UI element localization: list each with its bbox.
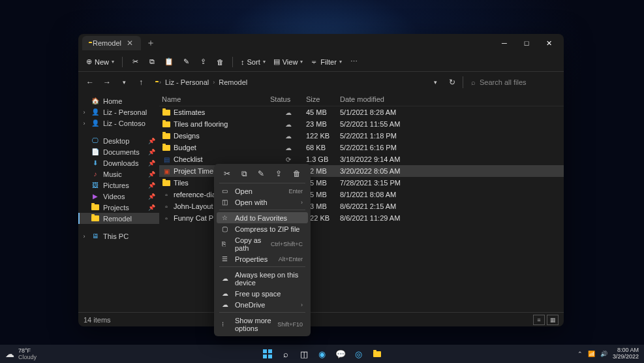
breadcrumb-leaf[interactable]: Remodel (219, 78, 247, 86)
ctx-add-favorites[interactable]: ☆Add to Favorites (217, 212, 308, 223)
col-status[interactable]: Status (270, 95, 306, 103)
col-date[interactable]: Date modified (340, 95, 564, 103)
sidebar-item-videos[interactable]: ▶Videos📌 (78, 191, 159, 202)
widgets-button[interactable]: ◉ (314, 346, 330, 362)
ctx-free-space[interactable]: ☁Free up space (217, 288, 308, 299)
delete-icon[interactable]: 🗑 (293, 169, 301, 178)
paste-icon[interactable]: 📋 (162, 55, 176, 69)
file-name: Budget (174, 144, 270, 151)
statusbar: 14 items ≡ ▦ (78, 312, 564, 326)
ctx-open-with[interactable]: ◫Open with› (217, 197, 308, 208)
volume-icon[interactable]: 🔊 (600, 351, 607, 357)
file-row[interactable]: Estimates☁45 MB5/1/2021 8:28 AM (159, 106, 564, 118)
rename-icon[interactable]: ✎ (179, 55, 193, 69)
sidebar-item-downloads[interactable]: ⬇Downloads📌 (78, 157, 159, 168)
file-type-icon: ▫ (162, 202, 171, 211)
back-button[interactable]: ← (84, 76, 97, 89)
sort-button[interactable]: ↕Sort▾ (238, 55, 268, 69)
delete-icon[interactable]: 🗑 (213, 55, 227, 69)
up-button[interactable]: ↑ (134, 76, 147, 89)
ctx-properties[interactable]: ☰PropertiesAlt+Enter (217, 253, 308, 264)
details-view-button[interactable]: ≡ (533, 315, 545, 325)
file-row[interactable]: Designs☁122 KB5/2/2021 1:18 PM (159, 130, 564, 142)
search-icon: ⌕ (471, 78, 476, 86)
share-icon[interactable]: ⇪ (196, 55, 210, 69)
start-button[interactable] (260, 346, 275, 362)
ctx-open[interactable]: ▭OpenEnter (217, 185, 308, 197)
address-bar: ← → ▾ ↑ › Liz - Personal › Remodel ▾ ↻ ⌕… (78, 72, 564, 93)
forward-button[interactable]: → (100, 76, 114, 89)
maximize-button[interactable]: □ (515, 34, 538, 52)
search-input[interactable]: ⌕ Search all files (467, 78, 559, 86)
edge-button[interactable]: ◎ (351, 346, 367, 362)
cut-icon[interactable]: ✂ (224, 169, 230, 178)
file-size: 68 KB (306, 144, 340, 151)
dropdown-icon[interactable]: ▾ (429, 76, 442, 89)
ctx-more-options[interactable]: ⁝Show more optionsShift+F10 (217, 315, 308, 334)
ctx-compress-zip[interactable]: ▢Compress to ZIP file (217, 223, 308, 234)
rename-icon[interactable]: ✎ (258, 169, 264, 178)
file-type-icon: ▤ (162, 155, 171, 164)
clock[interactable]: 8:00 AM 3/29/2022 (613, 347, 639, 360)
file-size: 1.3 GB (306, 155, 340, 163)
ctx-keep-device[interactable]: ☁Always keep on this device (217, 269, 308, 288)
col-size[interactable]: Size (306, 95, 340, 103)
sidebar-item-projects[interactable]: Projects📌 (78, 202, 159, 213)
ctx-onedrive[interactable]: ☁OneDrive› (217, 299, 308, 310)
sidebar-item-home[interactable]: 🏠Home (78, 95, 159, 106)
new-button[interactable]: ⊕New▾ (84, 55, 117, 69)
chat-button[interactable]: 💬 (333, 346, 348, 362)
col-name[interactable]: Name (159, 95, 270, 103)
window-tab[interactable]: Remodel ✕ (82, 36, 141, 50)
tray-chevron-icon[interactable]: ⌃ (577, 351, 583, 357)
sidebar-item-documents[interactable]: 📄Documents📌 (78, 146, 159, 157)
minimize-button[interactable]: ─ (493, 34, 515, 52)
sidebar-item-desktop[interactable]: 🖵Desktop📌 (78, 135, 159, 146)
ctx-copy-path[interactable]: ⎘Copy as pathCtrl+Shift+C (217, 234, 308, 253)
clock-date: 3/29/2022 (613, 354, 639, 360)
sidebar-item-remodel[interactable]: Remodel (78, 213, 159, 224)
onedrive-icon: 👤 (91, 108, 99, 116)
search-button[interactable]: ⌕ (278, 346, 294, 362)
weather-widget[interactable]: ☁ 78°F Cloudy (0, 347, 42, 360)
svg-rect-1 (268, 349, 272, 353)
svg-rect-0 (263, 349, 267, 353)
close-tab-icon[interactable]: ✕ (125, 39, 134, 48)
recent-chevron-icon[interactable]: ▾ (117, 76, 130, 89)
file-name: Tiles and flooring (174, 120, 270, 128)
file-row[interactable]: Budget☁68 KB5/2/2021 6:16 PM (159, 142, 564, 153)
file-status-icon: ☁ (270, 133, 306, 140)
more-icon: ⁝ (222, 321, 230, 328)
more-icon[interactable]: ⋯ (347, 55, 361, 69)
explorer-button[interactable] (369, 346, 385, 362)
copy-icon[interactable]: ⧉ (145, 55, 159, 69)
breadcrumb-root[interactable]: Liz - Personal (165, 78, 209, 86)
cut-icon[interactable]: ✂ (128, 55, 142, 69)
tiles-view-button[interactable]: ▦ (547, 315, 559, 325)
sidebar: 🏠Home ›👤Liz - Personal ›👤Liz - Contoso 🖵… (78, 93, 159, 312)
copy-icon[interactable]: ⧉ (241, 169, 247, 178)
close-button[interactable]: ✕ (538, 34, 560, 52)
sidebar-item-liz-contoso[interactable]: ›👤Liz - Contoso (78, 118, 159, 129)
file-date: 8/6/2021 2:15 AM (340, 202, 564, 210)
sidebar-item-this-pc[interactable]: ›🖥This PC (78, 230, 159, 242)
documents-icon: 📄 (91, 148, 99, 156)
add-tab-icon[interactable]: ＋ (146, 37, 155, 49)
wifi-icon[interactable]: 📶 (588, 351, 595, 357)
sidebar-item-pictures[interactable]: 🖼Pictures📌 (78, 180, 159, 191)
filter-button[interactable]: ⫧Filter▾ (308, 55, 344, 69)
view-button[interactable]: ▤View▾ (271, 55, 306, 69)
pin-icon: 📌 (148, 171, 155, 178)
file-type-icon (162, 143, 171, 152)
sidebar-item-liz-personal[interactable]: ›👤Liz - Personal (78, 106, 159, 118)
path-icon: ⎘ (222, 240, 230, 247)
pin-icon: 📌 (148, 160, 155, 166)
sidebar-item-music[interactable]: ♪Music📌 (78, 168, 159, 180)
taskbar: ☁ 78°F Cloudy ⌕ ◫ ◉ 💬 ◎ ⌃ 📶 🔊 8:00 AM 3/… (0, 345, 644, 363)
refresh-button[interactable]: ↻ (446, 76, 459, 89)
file-date: 3/18/2022 9:14 AM (340, 155, 564, 163)
share-icon[interactable]: ⇪ (275, 169, 282, 178)
task-view-button[interactable]: ◫ (296, 346, 312, 362)
breadcrumb[interactable]: › Liz - Personal › Remodel (151, 78, 425, 86)
file-row[interactable]: Tiles and flooring☁23 MB5/2/2021 11:55 A… (159, 118, 564, 130)
